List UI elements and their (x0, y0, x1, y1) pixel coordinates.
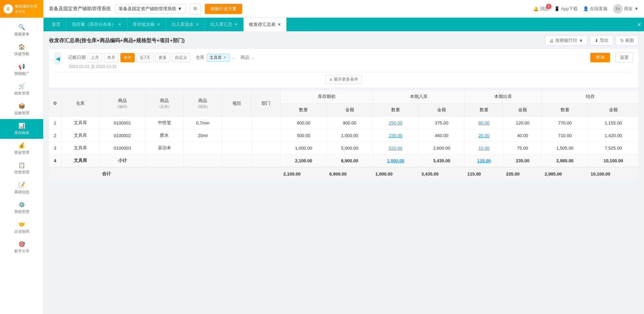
cell-in-amt-3: 2,600.00 (419, 142, 465, 154)
cell-open-qty-3: 1,000.00 (281, 142, 327, 154)
tab-home[interactable]: 首页 (46, 18, 66, 31)
tab-flow[interactable]: 出入库流水 ✕ (166, 18, 205, 31)
sidebar-item-guide[interactable]: 🎯 新手引导 (0, 237, 43, 257)
topbar-right: 🔔 6 消息 📱 App下载 👤 在线客服 Ea 用友 ▼ (533, 4, 639, 14)
goods-label: 商品 (241, 54, 249, 61)
cell-in-qty-2[interactable]: 230.00 (373, 129, 418, 142)
sidebar-item-operations[interactable]: 📋 经营管理 (0, 159, 43, 178)
refresh-button[interactable]: ↻ 刷新 (616, 35, 639, 46)
chevron-down-icon2: ∨ (329, 77, 332, 82)
cell-seq-3: 3 (49, 142, 61, 154)
cell-name-1: 中性笔 (145, 117, 183, 129)
support-icon: 👤 (583, 6, 589, 11)
sidebar-item-purchase[interactable]: 📦 采购管理 (0, 99, 43, 119)
tab-batch[interactable]: 库存批次账 ✕ (127, 18, 166, 31)
table-row: 1 文具库 0100001 中性笔 0.7mm 600.00 900.00 25… (49, 117, 639, 129)
subtotal-out-qty[interactable]: 115.00 (465, 154, 503, 167)
sidebar-item-basic[interactable]: 📝 基础信息 (0, 178, 43, 198)
subtotal-in-qty[interactable]: 1,000.00 (373, 154, 418, 167)
date-btn-more[interactable]: 更多 (155, 53, 170, 62)
cell-name-2: 胶水 (145, 129, 183, 142)
tab-bar: 首页 现存量（库存分布表） ✕ 库存批次账 ✕ 出入库流水 ✕ 出入库汇总 ✕ … (44, 18, 644, 31)
th-in-amount: 金额 (419, 103, 465, 117)
cell-close-amt-3: 7,525.00 (588, 142, 639, 154)
cell-in-qty-3[interactable]: 520.00 (373, 142, 418, 154)
table-settings-button[interactable]: 设置 (615, 52, 633, 63)
mobile-icon: 📱 (554, 6, 560, 11)
sidebar-item-sales[interactable]: 🛒 销售管理 (0, 80, 43, 99)
date-range: 2023-01-01 至 2023-12-31 (69, 64, 633, 70)
date-btn-custom[interactable]: 自定义 (172, 53, 190, 62)
sidebar-item-quick-nav[interactable]: 🏠 快捷导航 (0, 40, 43, 60)
cell-code-1: 0100001 (99, 117, 145, 129)
tab-close-summary[interactable]: ✕ (234, 22, 238, 27)
cell-out-amt-3: 75.00 (503, 142, 542, 154)
cell-open-amt-1: 900.00 (327, 117, 373, 129)
sidebar-item-system[interactable]: ⚙️ 系统管理 (0, 198, 43, 218)
export-icon: ⬇ (595, 38, 598, 43)
inventory-icon: 📊 (18, 122, 25, 129)
subtotal-open-qty: 2,100.00 (281, 154, 327, 167)
sidebar-item-inventory[interactable]: 📊 库存核算 (0, 119, 43, 139)
th-out: 本期出库 (465, 90, 542, 103)
tab-close-batch[interactable]: ✕ (157, 22, 160, 27)
settings-button[interactable]: ⚙ (190, 3, 201, 14)
cell-in-qty-1[interactable]: 250.00 (373, 117, 418, 129)
th-in: 本期入库 (373, 90, 465, 103)
system-dropdown[interactable]: 装备及固定资产辅助管理系统 ▼ (115, 4, 186, 14)
tab-close-recv-send[interactable]: ✕ (278, 22, 281, 27)
date-btn-this-month[interactable]: 本月 (104, 53, 118, 62)
sidebar-item-marketing[interactable]: 📢 营销推广 (0, 60, 43, 80)
tab-bar-close-all[interactable]: ✕ (637, 21, 641, 28)
system-title: 装备及固定资产辅助管理系统 (49, 6, 111, 12)
cell-in-amt-2: 460.00 (419, 129, 465, 142)
th-closing-qty: 数量 (542, 103, 588, 117)
tab-close-flow[interactable]: ✕ (196, 22, 199, 27)
print-button[interactable]: 🖨 按模板打印 ▼ (545, 35, 588, 46)
notifications-button[interactable]: 🔔 6 消息 (533, 6, 549, 12)
date-btn-last-month[interactable]: 上月 (88, 53, 102, 62)
sidebar-logo: 6 畅捷通好生意 标准版 (0, 0, 43, 18)
th-settings[interactable]: ⚙ (49, 90, 61, 117)
filter-toggle[interactable]: ◀ (54, 52, 61, 65)
expand-row: ∨ 展开更多条件 (54, 72, 633, 84)
tab-summary[interactable]: 出入库汇总 ✕ (205, 18, 244, 31)
sidebar: 6 畅捷通好生意 标准版 🔍 搜索菜单 🏠 快捷导航 📢 营销推广 🛒 销售管理 (0, 0, 44, 314)
cell-open-amt-2: 1,000.00 (327, 129, 373, 142)
tab-close-stock-dist[interactable]: ✕ (118, 22, 121, 27)
app-download-button[interactable]: 📱 App下载 (554, 6, 578, 12)
sidebar-item-corp[interactable]: 🤝 企业协同 (0, 218, 43, 237)
date-btn-this-year[interactable]: 本年 (120, 53, 135, 62)
online-support-button[interactable]: 👤 在线客服 (583, 6, 608, 12)
date-btn-7days[interactable]: 近7天 (137, 53, 153, 62)
goods-more[interactable]: ... (251, 55, 255, 60)
warehouse-tag-close[interactable]: ✕ (223, 55, 227, 60)
filter-content: 记账日期 上月 本月 本年 近7天 更多 自定义 仓库 (68, 52, 633, 70)
cell-open-qty-1: 600.00 (281, 117, 327, 129)
chevron-down-icon: ▼ (178, 6, 182, 11)
sidebar-item-search[interactable]: 🔍 搜索菜单 (0, 20, 43, 40)
subtotal-label: 小计 (99, 154, 145, 167)
sidebar-nav: 🔍 搜索菜单 🏠 快捷导航 📢 营销推广 🛒 销售管理 📦 采购管理 📊 (0, 18, 43, 314)
cell-out-qty-3[interactable]: 15.00 (465, 142, 503, 154)
total-label: 合计 (99, 167, 145, 180)
bell-icon: 🔔 (533, 6, 539, 11)
goods-filter: 商品 ... (241, 54, 255, 61)
export-button[interactable]: ⬇ 导出 (590, 35, 613, 46)
tab-stock-dist[interactable]: 现存量（库存分布表） ✕ (66, 18, 127, 31)
th-in-qty: 数量 (373, 103, 418, 117)
expand-button[interactable]: ∨ 展开更多条件 (326, 75, 362, 84)
user-menu[interactable]: Ea 用友 ▼ (613, 4, 639, 14)
query-button[interactable]: 查询 (590, 53, 610, 62)
cell-close-qty-3: 1,505.00 (542, 142, 588, 154)
table-row: 3 文具库 0100003 采访本 1,000.00 5,000.00 520.… (49, 142, 639, 154)
cell-warehouse-3: 文具库 (61, 142, 99, 154)
warehouse-more[interactable]: ... (232, 55, 235, 60)
marketing-icon: 📢 (18, 63, 25, 70)
trial-button[interactable]: 体验行业方案 (205, 4, 242, 14)
cell-dept-2 (251, 129, 281, 142)
cell-out-qty-2[interactable]: 20.00 (465, 129, 503, 142)
sidebar-item-finance[interactable]: 💰 资金管理 (0, 139, 43, 159)
cell-out-qty-1[interactable]: 80.00 (465, 117, 503, 129)
tab-recv-send[interactable]: 收发存汇总表 ✕ (244, 18, 286, 31)
